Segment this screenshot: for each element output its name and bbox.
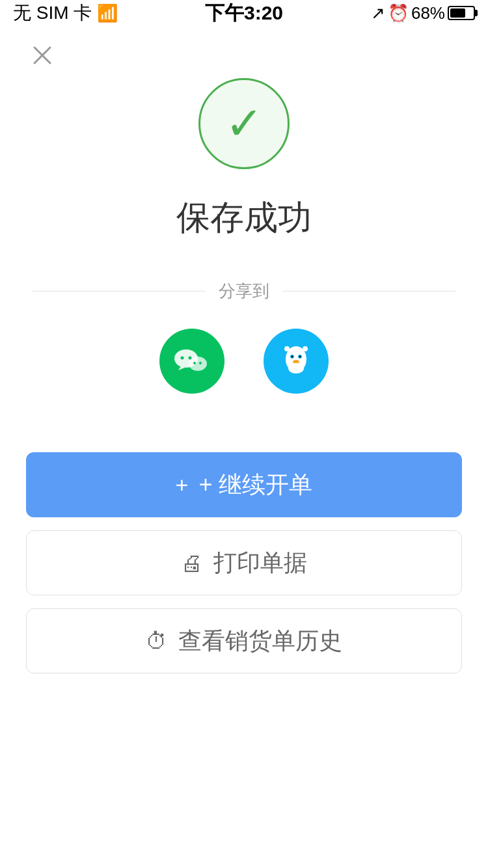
status-bar: 无 SIM 卡 📶 下午3:20 ↗ ⏰ 68% [0,0,488,26]
status-left: 无 SIM 卡 📶 [13,1,118,25]
history-icon: ⏱ [146,629,168,654]
action-buttons: + + 继续开单 🖨 打印单据 ⏱ 查看销货单历史 [0,452,488,673]
status-right: ↗ ⏰ 68% [371,3,475,23]
alarm-icon: ⏰ [388,3,409,23]
battery-icon [448,6,475,20]
print-label: 打印单据 [213,547,307,579]
share-divider: 分享到 [33,280,455,303]
history-label: 查看销货单历史 [178,625,342,657]
svg-point-13 [299,356,301,358]
main-content: ✓ 保存成功 分享到 [0,26,488,673]
status-time: 下午3:20 [205,0,283,27]
history-button[interactable]: ⏱ 查看销货单历史 [26,608,462,673]
checkmark-icon: ✓ [225,101,264,146]
plus-icon: + [176,472,189,498]
close-icon [31,44,54,67]
continue-label: + 继续开单 [198,469,312,501]
svg-point-5 [189,357,192,360]
close-button[interactable] [26,39,59,72]
battery-fill [450,8,465,18]
svg-point-3 [189,357,207,371]
svg-point-12 [291,356,293,358]
svg-point-15 [288,363,304,373]
share-icons [33,329,455,394]
svg-point-17 [303,346,308,351]
success-title: 保存成功 [176,195,312,241]
battery-percent: 68% [411,3,445,23]
no-sim-text: 无 SIM 卡 [13,1,92,25]
svg-point-4 [181,357,184,360]
wechat-share-button[interactable] [159,329,224,394]
qq-icon [277,342,315,380]
print-button[interactable]: 🖨 打印单据 [26,530,462,595]
svg-point-7 [199,362,202,364]
divider-left [33,291,206,292]
share-label: 分享到 [219,280,269,303]
wechat-icon [173,346,211,377]
location-icon: ↗ [371,3,385,23]
svg-point-6 [193,362,196,364]
divider-right [282,291,455,292]
share-section: 分享到 [0,280,488,394]
svg-point-16 [284,346,290,351]
continue-button[interactable]: + + 继续开单 [26,452,462,517]
success-circle: ✓ [198,78,290,169]
wifi-icon: 📶 [97,3,118,23]
print-icon: 🖨 [181,550,203,576]
qq-share-button[interactable] [264,329,329,394]
